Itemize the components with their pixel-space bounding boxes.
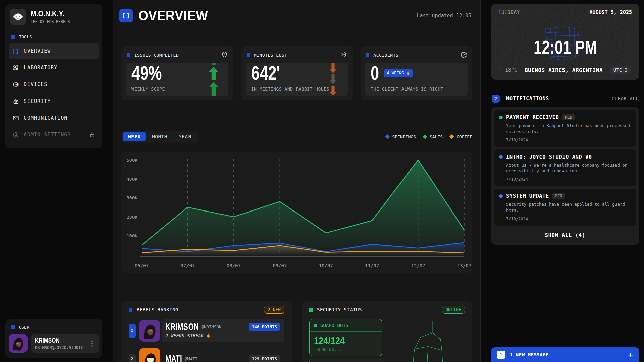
clock-time: 12:01 PM — [534, 38, 581, 57]
tab-year[interactable]: YEAR — [173, 132, 197, 141]
kebab-menu-icon[interactable]: ⋮ — [89, 340, 95, 347]
clock-widget: TUESDAY AUGUST 5, 2025 12:01 PM 18°C BUE… — [491, 4, 639, 80]
diamond-icon — [385, 134, 390, 139]
streak-badge: 4 WEEKS — [384, 69, 413, 77]
trend-down-arrows — [326, 63, 340, 96]
rebel-name: MATI — [165, 355, 177, 362]
status-dot — [499, 194, 503, 198]
x-axis-label: 06/07 — [135, 263, 149, 268]
green-square-icon — [309, 308, 313, 312]
x-axis-label: 11/07 — [365, 263, 379, 268]
points-badge: 129 POINTS — [249, 355, 280, 362]
user-section-label: USER — [11, 325, 96, 330]
logo-row: M.O.N.K.Y. THE OS FOR REBELS — [9, 8, 99, 28]
app-title: M.O.N.K.Y. — [31, 9, 60, 18]
sidebar-item-devices[interactable]: DEVICES — [9, 76, 99, 93]
area-chart[interactable]: 100K200K300K400K500K — [126, 157, 467, 259]
page-title: OVERVIEW — [138, 7, 201, 24]
clock-temperature: 18°C — [505, 67, 517, 73]
notification-item[interactable]: PAYMENT RECEIVED MED Your payment to Ram… — [494, 110, 636, 147]
y-axis-label: 300K — [127, 195, 137, 200]
sidebar-item-admin-settings[interactable]: ADMIN SETTINGS — [9, 126, 99, 143]
notification-body: Security patches have been applied to al… — [506, 201, 631, 214]
sidebar-item-security[interactable]: SECURITY — [9, 93, 99, 110]
chart-legend: SPENDINGS SALES COFFEE — [386, 134, 472, 139]
notifications-panel: PAYMENT RECEIVED MED Your payment to Ram… — [491, 107, 639, 245]
legend-coffee: COFFEE — [450, 134, 472, 139]
tab-month[interactable]: MONTH — [147, 132, 173, 141]
notifications-title: NOTIFICATIONS — [506, 96, 549, 102]
user-info-panel[interactable]: KRIMSON KRIMSON@JOYCO.STUDIO ⋮ — [31, 334, 99, 353]
app: M.O.N.K.Y. THE OS FOR REBELS TOOLS [] OV… — [0, 0, 644, 362]
hexagon-icon — [12, 131, 19, 138]
y-axis-label: 200K — [127, 214, 137, 219]
security-status-card: SECURITY STATUS ONLINE GUARD BOTS 124/12… — [302, 301, 472, 362]
y-axis-label: 500K — [127, 158, 137, 163]
blue-square-icon — [11, 35, 15, 39]
stats-row: ISSUES COMPLETED — [121, 46, 472, 100]
rank-number: 1 — [129, 324, 136, 338]
new-message-bar[interactable]: 1 1 NEW MESSAGE + — [491, 347, 639, 362]
blue-square-icon — [127, 53, 130, 57]
chart-card: 100K200K300K400K500K 06/0707/0708/0709/0… — [121, 152, 472, 273]
sidebar-item-overview[interactable]: [] OVERVIEW — [9, 43, 99, 59]
blue-square-icon — [247, 53, 250, 57]
blue-square-icon — [11, 325, 15, 329]
clear-all-button[interactable]: CLEAR ALL — [612, 96, 639, 101]
x-axis-labels: 06/0707/0708/0709/0710/0711/0712/0713/07 — [126, 261, 467, 272]
range-tabs: WEEK MONTH YEAR — [121, 131, 198, 143]
brackets-icon: [] — [12, 47, 19, 55]
points-badge: 148 POINTS — [249, 323, 280, 331]
right-sidebar: TUESDAY AUGUST 5, 2025 12:01 PM 18°C BUE… — [491, 0, 639, 362]
sidebar-item-laboratory[interactable]: LABORATORY — [9, 59, 99, 76]
legend-spendings: SPENDINGS — [386, 134, 416, 139]
stat-card-minutes: MINUTES LOST — [241, 46, 353, 100]
diamond-icon — [423, 134, 427, 139]
message-label: 1 NEW MESSAGE — [510, 352, 549, 357]
notification-date: 7/10/2024 — [506, 217, 631, 221]
plus-icon[interactable]: + — [628, 350, 633, 360]
mail-icon — [12, 114, 19, 122]
notification-item[interactable]: SYSTEM UPDATE MED Security patches have … — [494, 189, 636, 226]
tab-week[interactable]: WEEK — [123, 132, 146, 141]
clock-date: AUGUST 5, 2025 — [590, 9, 632, 15]
blue-square-icon — [366, 53, 369, 57]
avatar — [139, 348, 160, 362]
robot-illustration — [382, 319, 465, 362]
x-axis-label: 08/07 — [227, 263, 241, 268]
sidebar: M.O.N.K.Y. THE OS FOR REBELS TOOLS [] OV… — [5, 4, 102, 148]
atom-icon — [12, 64, 19, 71]
blue-square-icon — [129, 308, 132, 312]
stat-value: 642' — [251, 63, 274, 83]
lock-icon — [88, 131, 96, 138]
notification-date: 7/10/2024 — [506, 177, 631, 182]
online-badge: ONLINE — [442, 306, 465, 314]
flame-icon — [406, 71, 410, 76]
notification-item[interactable]: INTRO: JOYCO STUDIO AND V0 About us - We… — [494, 149, 636, 186]
overview-brackets-icon: [] — [119, 9, 133, 22]
rank-number: 2 — [129, 354, 136, 362]
main-content: [] OVERVIEW Last updated 12:05 ISSUES CO… — [113, 0, 481, 362]
ranking-row-2[interactable]: 2 MATI @MATI 129 POINTS — [129, 348, 284, 362]
y-axis-label: 400K — [127, 176, 137, 181]
trend-up-arrows — [207, 63, 220, 96]
show-all-button[interactable]: SHOW ALL (4) — [494, 228, 636, 242]
user-card: USER KRIMSON KRIMSON@JOYCO.STUDIO ⋮ — [5, 319, 102, 358]
notification-count-badge: 2 — [492, 95, 500, 103]
stat-card-issues: ISSUES COMPLETED — [121, 46, 233, 100]
sidebar-item-communication[interactable]: COMMUNICATION — [9, 110, 99, 126]
clock-location: BUENOS AIRES, ARGENTINA — [517, 67, 610, 73]
user-avatar — [9, 334, 28, 353]
shield-icon[interactable] — [221, 51, 228, 59]
notification-title: PAYMENT RECEIVED — [506, 114, 559, 120]
clock-utc-offset: UTC-3 — [610, 66, 631, 74]
chip-icon[interactable] — [341, 51, 347, 59]
notification-title: INTRO: JOYCO STUDIO AND V0 — [506, 154, 592, 160]
gear-icon[interactable] — [461, 51, 467, 59]
stat-panel-accidents: 0 4 WEEKS THE CLIENT ALWAYS IS RIGHT — [365, 63, 468, 96]
stat-panel-issues: 49% WEEKLY SCOPE — [126, 63, 228, 96]
diamond-icon — [449, 134, 454, 139]
ranking-row-1[interactable]: 1 KRIMSON @KRIMSON 148 — [129, 319, 284, 342]
new-badge: 2 NEW — [264, 306, 284, 314]
priority-badge: MED — [562, 114, 575, 120]
